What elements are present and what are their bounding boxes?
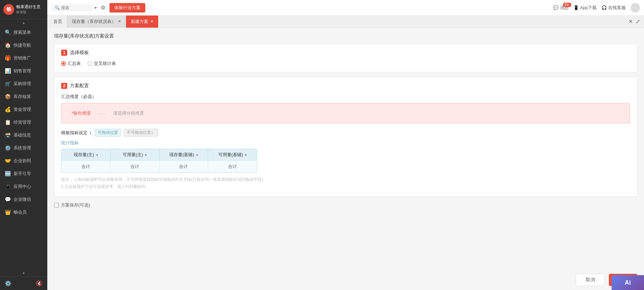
radio-cross-label: 交叉统计表 [94, 61, 116, 67]
body-cell-1-1: 合计 [61, 161, 110, 172]
radio-cross[interactable]: 交叉统计表 [88, 61, 116, 67]
sidebar-item-sales[interactable]: 📊 销售管理 [0, 65, 47, 77]
header-label-3: 现存量(基辅) [169, 152, 194, 158]
tabs-bar: 首页 现存量（库存状况表） ✕ 新建方案 ✕ ✕ ⤢ [47, 16, 644, 28]
ai-label: Ai [625, 279, 631, 286]
settings-footer-icon[interactable]: ⚙️ [5, 280, 11, 287]
dropdown-icon-4[interactable]: ▾ [245, 153, 247, 157]
inventory-tab-close-icon[interactable]: ✕ [118, 19, 121, 24]
sidebar-item-quick-nav[interactable]: 🏠 快捷导航 [0, 39, 47, 52]
audio-footer-icon[interactable]: 🔇 [36, 280, 43, 287]
cancel-button[interactable]: 取消 [576, 274, 605, 286]
sidebar-item-purchase[interactable]: 🛒 采购管理 [0, 77, 47, 90]
sidebar-item-label: 畅会员 [14, 209, 27, 215]
sidebar-item-basic-info[interactable]: 🗃️ 基础信息 [0, 129, 47, 142]
header-label-4: 可用量(基辅) [218, 152, 243, 158]
sidebar-item-label: 系统管理 [14, 145, 31, 151]
step1-text: 选择模板 [70, 50, 89, 56]
vertical-dim-label: *纵向维度 [72, 110, 91, 116]
tips-section: 提示： 1.拖动标题栏可以调整布局，不可跨维度或指标区域拖动栏目字段(只能在同一… [61, 177, 630, 190]
logo-text-group: 畅康通好生意 标准版 [16, 4, 41, 15]
step2-label: 2 方案配置 [61, 83, 630, 89]
header-cell-2[interactable]: 可用量(主) ▾ [110, 149, 159, 161]
dropdown-icon-2[interactable]: ▾ [145, 153, 147, 157]
tab-home[interactable]: 首页 [49, 16, 67, 28]
sidebar-item-label: 搜索菜单 [14, 29, 31, 35]
sidebar-item-operations[interactable]: 📋 经营管理 [0, 116, 47, 129]
sidebar-item-label: 经营管理 [14, 119, 31, 125]
service-label: 在线客服 [608, 5, 626, 11]
template-radio-group: 汇总表 交叉统计表 [61, 61, 630, 67]
dropdown-icon-1[interactable]: ▾ [96, 153, 98, 157]
sidebar-item-finance[interactable]: 💰 资金管理 [0, 103, 47, 116]
table-row-1: 合计 合计 合计 合计 [61, 161, 257, 172]
radio-cross-circle [88, 61, 92, 66]
guide-icon: 🆕 [5, 171, 11, 177]
header-cell-1[interactable]: 现存量(主) ▾ [61, 149, 110, 161]
header-label-1: 现存量(主) [74, 152, 94, 158]
sidebar-logo: 畅 畅康通好生意 标准版 [0, 0, 47, 19]
sidebar-footer: ⚙️ 🔇 [0, 276, 47, 290]
trial-btn[interactable]: 体验行业方案 [109, 3, 145, 13]
summary-dim-subtitle: 汇总维度（必选） [61, 94, 630, 100]
sidebar-item-enterprise[interactable]: 🤝 企业协同 [0, 154, 47, 167]
sidebar-item-wechat[interactable]: 💬 企业微信 [0, 193, 47, 206]
sidebar-item-label: 营销推广 [14, 55, 31, 61]
sidebar-nav: 🔍 搜索菜单 🏠 快捷导航 🎁 营销推广 📊 销售管理 🛒 采购管理 📦 库存核… [0, 26, 47, 270]
sidebar-item-label: 企业微信 [14, 196, 31, 202]
tab-new-plan[interactable]: 新建方案 ✕ [126, 16, 158, 28]
sales-icon: 📊 [5, 68, 11, 74]
msg-badge: 99+ [563, 3, 571, 7]
new-plan-tab-close-icon[interactable]: ✕ [150, 19, 153, 24]
sidebar-item-label: 基础信息 [14, 132, 31, 138]
topbar-search-box[interactable]: 🔍 [51, 4, 92, 11]
topbar-right: 💬 消息 99+ 📱 App下载 🎧 在线客服 [553, 3, 640, 13]
sidebar-item-system[interactable]: ⚙️ 系统管理 [0, 142, 47, 154]
sidebar-item-label: 库存核算 [14, 94, 31, 100]
body-cell-1-2: 合计 [110, 161, 159, 172]
topbar-dropdown-icon[interactable]: ▾ [95, 5, 97, 10]
enterprise-icon: 🤝 [5, 158, 11, 164]
app-icon: 📱 [573, 5, 579, 10]
ai-badge[interactable]: Ai [612, 275, 644, 290]
sidebar-scroll-down[interactable]: ▼ [0, 270, 47, 276]
indicator-settings: 模板指标设定（ 可拖动位置 不可拖动位置） [61, 129, 630, 137]
dimension-box[interactable]: *纵向维度 —— 请选择分组维度 [61, 103, 630, 123]
wechat-icon: 💬 [5, 196, 11, 202]
sidebar-item-label: 采购管理 [14, 81, 31, 87]
save-option-label: 方案保存(可选) [61, 202, 90, 208]
sidebar-item-member[interactable]: 👑 畅会员 [0, 206, 47, 219]
tab-inventory-status[interactable]: 现存量（库存状况表） ✕ [67, 16, 126, 28]
save-option: 方案保存(可选) [54, 202, 637, 208]
sidebar-scroll-up[interactable]: ▲ [0, 19, 47, 26]
quick-nav-icon: 🏠 [5, 42, 11, 48]
sidebar-item-marketing[interactable]: 🎁 营销推广 [0, 52, 47, 65]
dimension-dash: —— [98, 111, 106, 116]
sidebar-item-label: 应用中心 [14, 184, 31, 190]
sidebar-item-inventory[interactable]: 📦 库存核算 [0, 90, 47, 103]
body-cell-1-3: 合计 [159, 161, 208, 172]
user-area[interactable] [630, 3, 640, 13]
step1-num: 1 [61, 50, 67, 56]
dropdown-icon-3[interactable]: ▾ [196, 153, 198, 157]
radio-summary[interactable]: 汇总表 [61, 61, 81, 67]
msg-button[interactable]: 💬 消息 99+ [553, 5, 569, 11]
save-checkbox[interactable] [54, 203, 59, 208]
service-button[interactable]: 🎧 在线客服 [601, 5, 626, 11]
search-input[interactable] [61, 5, 88, 10]
indicator-tag-movable: 可拖动位置 [95, 129, 121, 137]
expand-window-icon[interactable]: ⤢ [636, 18, 640, 25]
search-icon: 🔍 [55, 5, 60, 10]
close-window-icon[interactable]: ✕ [628, 18, 633, 25]
sidebar-item-guide[interactable]: 🆕 新手引导 [0, 167, 47, 180]
header-cell-3[interactable]: 现存量(基辅) ▾ [159, 149, 208, 161]
sidebar-item-app-center[interactable]: 📱 应用中心 [0, 180, 47, 193]
tip-2: 2.点击标题栏下拉可设置排序、插入列和删除列 [61, 184, 630, 190]
main-area: 🔍 ▾ ⚙ 体验行业方案 💬 消息 99+ 📱 App下载 🎧 在线客服 [47, 0, 644, 290]
header-cell-4[interactable]: 可用量(基辅) ▾ [208, 149, 257, 161]
app-download-button[interactable]: 📱 App下载 [573, 5, 597, 11]
sidebar-item-search-menu[interactable]: 🔍 搜索菜单 [0, 26, 47, 39]
sidebar-item-label: 新手引导 [14, 171, 31, 177]
sidebar-item-label: 资金管理 [14, 106, 31, 113]
topbar-gear-icon[interactable]: ⚙ [101, 4, 105, 11]
